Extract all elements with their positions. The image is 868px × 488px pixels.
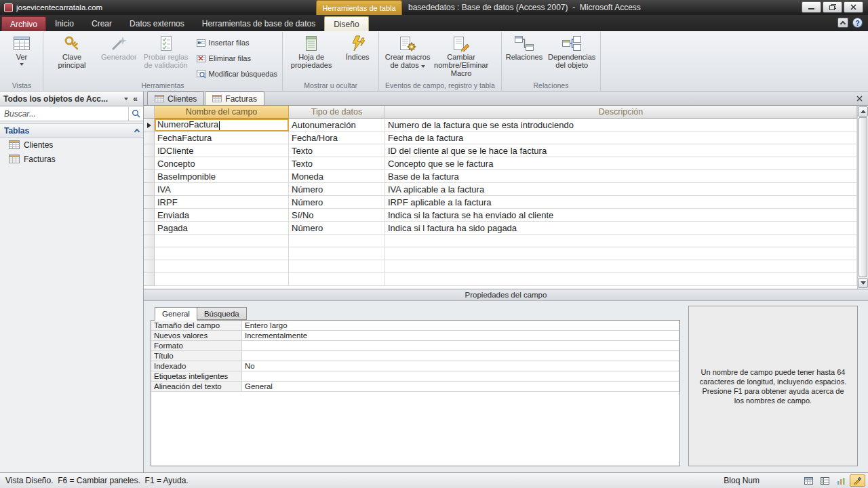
close-button[interactable] [844, 1, 863, 13]
ribbon-tab-inicio[interactable]: Inicio [46, 16, 83, 31]
property-value[interactable]: General [242, 382, 679, 392]
cambiar-nombre-button[interactable]: Cambiar nombre/Eliminar Macro [435, 33, 488, 78]
doc-tab-facturas[interactable]: Facturas [205, 92, 264, 105]
field-name-cell[interactable] [155, 235, 289, 247]
nav-section-tablas[interactable]: Tablas [0, 123, 143, 138]
vertical-scrollbar[interactable] [857, 106, 868, 289]
selector-header[interactable] [144, 106, 155, 119]
field-name-cell[interactable]: IVA [155, 183, 289, 196]
header-tipo-de-datos[interactable]: Tipo de datos [289, 106, 385, 119]
search-button[interactable] [128, 107, 143, 121]
field-desc-cell[interactable] [385, 273, 857, 286]
ribbon-tab-diseno[interactable]: Diseño [324, 16, 368, 31]
property-value[interactable]: Entero largo [242, 321, 679, 331]
relaciones-button[interactable]: Relaciones [504, 33, 545, 62]
maximize-button[interactable] [823, 1, 842, 13]
prop-tab-busqueda[interactable]: Búsqueda [197, 307, 247, 320]
field-name-cell[interactable] [155, 273, 289, 286]
ribbon-tab-datos-externos[interactable]: Datos externos [121, 16, 193, 31]
dependencias-button[interactable]: Dependencias del objeto [545, 33, 598, 70]
field-name-cell[interactable]: Pagada [155, 222, 289, 235]
property-value[interactable]: No [242, 361, 679, 371]
field-type-cell[interactable]: Número [289, 222, 385, 235]
field-name-cell[interactable] [155, 247, 289, 260]
row-selector[interactable] [144, 183, 155, 196]
field-type-cell[interactable]: Sí/No [289, 209, 385, 222]
ribbon-tab-archivo[interactable]: Archivo [1, 16, 46, 31]
eliminar-filas-button[interactable]: Eliminar filas [193, 51, 281, 65]
field-desc-cell[interactable]: Indica si l factura ha sido pagada [385, 222, 857, 235]
field-type-cell[interactable]: Fecha/Hora [289, 131, 385, 144]
header-nombre-del-campo[interactable]: Nombre del campo [155, 106, 289, 119]
doc-tab-clientes[interactable]: Clientes [147, 92, 204, 105]
view-button-datasheet[interactable] [801, 474, 816, 487]
field-name-cell[interactable] [155, 260, 289, 273]
row-selector[interactable] [144, 119, 155, 131]
property-value[interactable] [242, 371, 679, 382]
row-selector[interactable] [144, 131, 155, 144]
nav-item-clientes[interactable]: Clientes [0, 138, 143, 152]
field-desc-cell[interactable] [385, 260, 857, 273]
field-name-cell[interactable]: IRPF [155, 196, 289, 209]
scroll-up-button[interactable] [858, 106, 868, 117]
hoja-propiedades-button[interactable]: Hoja de propiedades [285, 33, 338, 70]
field-desc-cell[interactable]: Concepto que se le factura [385, 157, 857, 170]
nav-pane-header[interactable]: Todos los objetos de Acc... « [0, 92, 143, 106]
row-selector[interactable] [144, 196, 155, 209]
row-selector[interactable] [144, 170, 155, 183]
ribbon-tab-crear[interactable]: Crear [83, 16, 121, 31]
field-name-cell[interactable]: IDCliente [155, 144, 289, 157]
field-name-cell[interactable]: Enviada [155, 209, 289, 222]
field-desc-cell[interactable] [385, 235, 857, 247]
field-desc-cell[interactable]: Numero de la factura que se esta introdu… [385, 119, 857, 131]
row-selector[interactable] [144, 157, 155, 170]
row-selector[interactable] [144, 273, 155, 286]
header-descripcion[interactable]: Descripción [385, 106, 857, 119]
search-input[interactable] [0, 107, 128, 121]
field-type-cell[interactable]: Autonumeración [289, 119, 385, 131]
field-name-cell[interactable]: FechaFactura [155, 131, 289, 144]
row-selector[interactable] [144, 260, 155, 273]
row-selector[interactable] [144, 144, 155, 157]
field-type-cell[interactable] [289, 235, 385, 247]
row-selector[interactable] [144, 209, 155, 222]
field-type-cell[interactable]: Moneda [289, 170, 385, 183]
field-name-cell[interactable]: NumeroFactura [155, 119, 289, 131]
field-name-cell[interactable]: Concepto [155, 157, 289, 170]
modificar-busquedas-button[interactable]: Modificar búsquedas [193, 66, 281, 81]
probar-reglas-button[interactable]: Probar reglas de validación [140, 33, 193, 70]
insertar-filas-button[interactable]: Insertar filas [193, 35, 281, 49]
ribbon-tab-herramientas-bd[interactable]: Herramientas de base de datos [193, 16, 324, 31]
field-type-cell[interactable] [289, 260, 385, 273]
property-value[interactable] [242, 341, 679, 351]
field-desc-cell[interactable]: IRPF aplicable a la factura [385, 196, 857, 209]
prop-tab-general[interactable]: General [155, 307, 197, 321]
view-button-pivot-chart[interactable] [833, 474, 849, 487]
field-desc-cell[interactable] [385, 247, 857, 260]
field-desc-cell[interactable]: Base de la factura [385, 170, 857, 183]
field-desc-cell[interactable]: Indica si la factura se ha enviado al cl… [385, 209, 857, 222]
minimize-button[interactable] [802, 1, 821, 13]
collapse-ribbon-button[interactable] [837, 18, 848, 28]
view-button-design[interactable] [850, 474, 865, 487]
field-name-cell[interactable]: BaseImponible [155, 170, 289, 183]
field-type-cell[interactable]: Número [289, 196, 385, 209]
clave-principal-button[interactable]: Clave principal [45, 33, 98, 70]
row-selector[interactable] [144, 222, 155, 235]
help-button[interactable]: ? [852, 18, 863, 28]
shutter-bar-button[interactable]: « [131, 94, 140, 104]
field-type-cell[interactable]: Número [289, 183, 385, 196]
view-button-pivot-table[interactable] [817, 474, 833, 487]
field-type-cell[interactable] [289, 273, 385, 286]
scroll-down-button[interactable] [858, 278, 868, 288]
field-desc-cell[interactable]: IVA aplicable a la factura [385, 183, 857, 196]
generador-button[interactable]: Generador [99, 33, 139, 62]
field-type-cell[interactable]: Texto [289, 144, 385, 157]
property-value[interactable]: Incrementalmente [242, 331, 679, 341]
scrollbar-thumb[interactable] [859, 117, 867, 277]
field-desc-cell[interactable]: ID del cliente al que se le hace la fact… [385, 144, 857, 157]
ver-button[interactable]: Ver [3, 33, 41, 66]
close-document-button[interactable] [854, 94, 865, 104]
field-desc-cell[interactable]: Fecha de la factura [385, 131, 857, 144]
nav-item-facturas[interactable]: Facturas [0, 152, 143, 166]
